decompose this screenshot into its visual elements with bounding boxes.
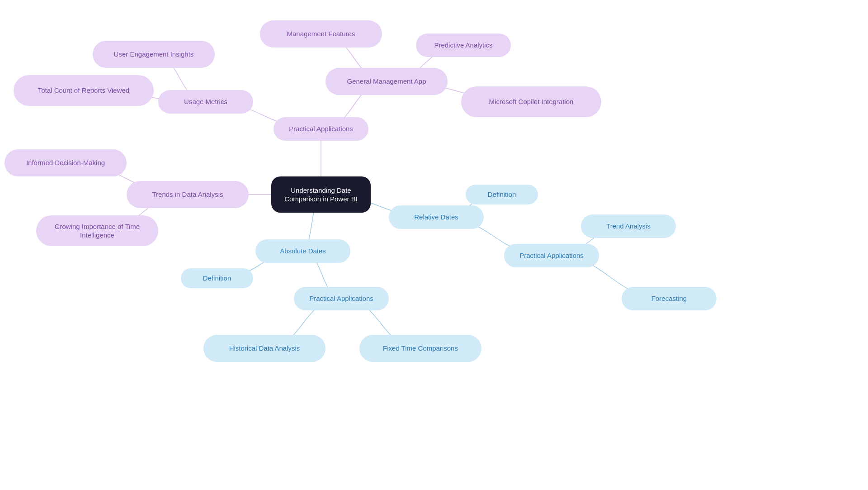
node-total-count[interactable]: Total Count of Reports Viewed [14,75,154,106]
node-user-engagement[interactable]: User Engagement Insights [93,41,215,68]
node-practical-apps-rel[interactable]: Practical Applications [504,244,599,267]
node-usage-metrics[interactable]: Usage Metrics [158,90,253,114]
node-definition-abs[interactable]: Definition [181,268,253,288]
node-historical-data[interactable]: Historical Data Analysis [203,335,326,362]
node-management-features[interactable]: Management Features [260,20,382,48]
node-informed-decision[interactable]: Informed Decision-Making [5,149,127,176]
node-general-management[interactable]: General Management App [326,68,448,95]
node-growing-importance[interactable]: Growing Importance of Time Intelligence [36,215,158,246]
node-trends-data-analysis[interactable]: Trends in Data Analysis [127,181,249,208]
center-node[interactable]: Understanding Date Comparison in Power B… [271,176,371,213]
node-fixed-time[interactable]: Fixed Time Comparisons [359,335,481,362]
node-trend-analysis[interactable]: Trend Analysis [581,214,676,238]
node-practical-apps-abs[interactable]: Practical Applications [294,287,389,310]
node-absolute-dates[interactable]: Absolute Dates [255,239,350,263]
node-practical-applications-top[interactable]: Practical Applications [274,117,368,141]
node-ms-copilot[interactable]: Microsoft Copilot Integration [461,86,601,117]
node-definition-rel[interactable]: Definition [466,185,538,205]
node-relative-dates[interactable]: Relative Dates [389,205,484,229]
node-predictive-analytics[interactable]: Predictive Analytics [416,33,511,57]
node-forecasting[interactable]: Forecasting [622,287,717,310]
